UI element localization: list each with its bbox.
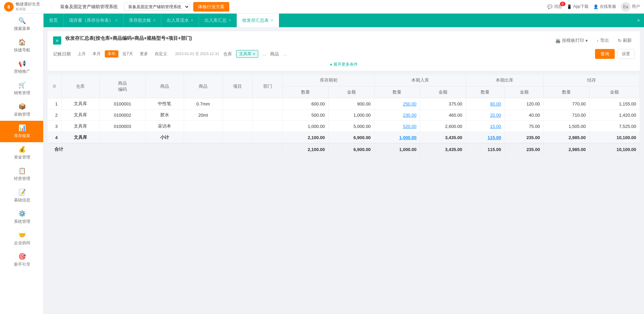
- sidebar: 🔍 搜索菜单 🏠 快捷导航 📢 营销推广 🛒 销售管理 📦 采购管理 📊: [0, 14, 44, 314]
- app-download-item[interactable]: 📱 App下载: [567, 4, 589, 10]
- sidebar-item-inventory[interactable]: 📊 库存核算: [0, 121, 43, 142]
- app-download-label: App下载: [573, 4, 589, 10]
- total-end-qty: 2,985.00: [544, 143, 590, 155]
- tab-summary[interactable]: 出入库汇总 ×: [199, 14, 237, 27]
- setting-button[interactable]: 设置: [617, 49, 634, 59]
- sidebar-item-quick[interactable]: 🏠 快捷导航: [0, 35, 43, 56]
- sidebar-item-marketing[interactable]: 📢 营销推广: [0, 56, 43, 78]
- date-btn-custom[interactable]: 自定义: [152, 50, 170, 57]
- sidebar-item-search[interactable]: 🔍 搜索菜单: [0, 14, 43, 35]
- date-btn-this-year[interactable]: 本年: [105, 50, 118, 57]
- sidebar-item-operations[interactable]: 📋 经营管理: [0, 164, 43, 185]
- export-button[interactable]: ↑ 导出: [594, 36, 612, 45]
- system-icon: ⚙️: [18, 210, 26, 217]
- brand-name: 畅捷通好生意: [16, 2, 40, 7]
- sidebar-item-newbie[interactable]: 🎯 新手引导: [0, 249, 43, 271]
- date-btn-last-month[interactable]: 上月: [75, 50, 88, 57]
- table-row: 3文具库0100003采访本1,000.005,000.00520.002,60…: [48, 121, 640, 132]
- marketing-icon: 📢: [18, 60, 26, 67]
- tab-flow-label: 出入库流水: [167, 17, 189, 23]
- basic-icon: 📝: [18, 188, 26, 196]
- col-init-amt: 金额: [329, 86, 375, 98]
- top-bar: 6 畅捷通好生意 标准版 装备及固定资产辅助管理系统 装备及固定资产辅助管理系统…: [0, 0, 644, 14]
- product-more[interactable]: ...: [283, 51, 287, 56]
- warehouse-value: 文具库: [239, 51, 251, 57]
- refresh-label: 刷新: [623, 37, 632, 44]
- sidebar-item-purchase[interactable]: 📦 采购管理: [0, 99, 43, 121]
- date-btn-more[interactable]: 更多: [137, 50, 151, 57]
- export-icon: ↑: [597, 38, 599, 43]
- sidebar-item-basic[interactable]: 📝 基础信息: [0, 185, 43, 206]
- finance-icon: 💰: [18, 146, 26, 153]
- refresh-icon: ↻: [618, 38, 622, 43]
- sidebar-label-operations: 经营管理: [14, 176, 30, 182]
- col-out-qty: 数量: [466, 86, 505, 98]
- tab-home[interactable]: 首页: [44, 14, 64, 27]
- logo-icon: 6: [4, 2, 14, 12]
- col-group-out: 本期出库: [466, 75, 543, 86]
- service-icon: 👤: [593, 4, 598, 9]
- col-settings[interactable]: ⚙: [48, 75, 61, 98]
- tab-close-summary[interactable]: ×: [229, 18, 231, 23]
- warehouse-label: 仓库: [223, 51, 232, 57]
- tab-summary-label: 出入库汇总: [204, 17, 227, 23]
- col-code: 商品编码: [100, 75, 146, 98]
- warehouse-filter-tag[interactable]: 文具库 ×: [236, 50, 258, 58]
- collapse-button[interactable]: »: [53, 36, 61, 45]
- brand-badge: 标准版: [16, 7, 40, 12]
- table-row: 1文具库0100001中性笔0.7mm600.00900.00250.00375…: [48, 98, 640, 110]
- purchase-icon: 📦: [18, 103, 26, 110]
- print-button[interactable]: 🖨️ 按模板打印 ▾: [552, 36, 591, 45]
- tab-batch[interactable]: 库存批次账 ×: [123, 14, 161, 27]
- operations-icon: 📋: [18, 167, 26, 175]
- page-title: 收发存汇总表(按仓库+商品编码+商品+规格型号+项目+部门): [65, 35, 552, 42]
- online-service-item[interactable]: 👤 在线客服: [593, 4, 616, 10]
- tab-inventory-dist[interactable]: 现存量（库存分布表） ×: [64, 14, 123, 27]
- tab-close-inventory-dist[interactable]: ×: [115, 18, 118, 23]
- tab-flow[interactable]: 出入库流水 ×: [161, 14, 199, 27]
- tab-close-all[interactable]: ×: [633, 18, 644, 23]
- trial-button[interactable]: 体验行业方案: [193, 2, 229, 12]
- corp-icon: 🤝: [18, 231, 26, 239]
- filter-bar: 记账日期 上月 本月 本年 近7天 更多 自定义 2023-01-01 至 20…: [48, 46, 640, 71]
- sidebar-item-system[interactable]: ⚙️ 系统管理: [0, 206, 43, 228]
- col-end-qty: 数量: [544, 86, 590, 98]
- sidebar-label-marketing: 营销推广: [14, 69, 30, 75]
- system-select[interactable]: 装备及固定资产辅助管理系统: [124, 3, 190, 11]
- summary-table: ⚙ 仓库 商品编码 商品 商品 项目 部门 库存期初 本期入库 本期出库 结存: [48, 75, 640, 155]
- warehouse-tag-close[interactable]: ×: [253, 52, 255, 56]
- user-item[interactable]: Ea 用户: [621, 2, 640, 12]
- sidebar-label-newbie: 新手引导: [14, 262, 30, 267]
- sidebar-label-search: 搜索菜单: [14, 26, 30, 32]
- total-end-amt: 10,100.00: [589, 143, 640, 155]
- content-area: 首页 现存量（库存分布表） × 库存批次账 × 出入库流水 × 出入库汇总 ×: [44, 14, 644, 314]
- sidebar-item-corp[interactable]: 🤝 企业协同: [0, 228, 43, 249]
- refresh-button[interactable]: ↻ 刷新: [615, 36, 634, 45]
- date-btn-this-month[interactable]: 本月: [90, 50, 103, 57]
- col-name: 商品: [145, 75, 184, 98]
- tab-close-batch[interactable]: ×: [153, 18, 155, 23]
- total-label: 合计: [48, 143, 283, 155]
- date-btn-7days[interactable]: 近7天: [120, 50, 136, 57]
- online-service-label: 在线客服: [600, 4, 616, 10]
- sidebar-item-finance[interactable]: 💰 资金管理: [0, 142, 43, 164]
- logo-area: 6 畅捷通好生意 标准版: [4, 2, 45, 12]
- tab-close-recvsend[interactable]: ×: [271, 18, 273, 23]
- query-button[interactable]: 查询: [595, 49, 615, 59]
- phone-icon: 📱: [567, 4, 572, 9]
- tab-bar: 首页 现存量（库存分布表） × 库存批次账 × 出入库流水 × 出入库汇总 ×: [44, 14, 644, 27]
- tab-close-flow[interactable]: ×: [191, 18, 193, 23]
- print-label: 按模板打印: [562, 37, 584, 44]
- warehouse-more[interactable]: ...: [262, 51, 266, 56]
- sidebar-label-purchase: 采购管理: [14, 112, 30, 117]
- expand-button[interactable]: ▾ 展开更多条件: [330, 62, 358, 67]
- messages-icon-item[interactable]: 💬 消息 6: [547, 4, 562, 10]
- sidebar-item-sales[interactable]: 🛒 销售管理: [0, 78, 43, 99]
- table-row: 4文具库小计2,100.006,900.001,000.003,435.0011…: [48, 132, 640, 144]
- col-in-qty: 数量: [374, 86, 420, 98]
- page-content: » 收发存汇总表(按仓库+商品编码+商品+规格型号+项目+部门) 🖨️ 按模板打…: [44, 27, 644, 314]
- col-init-qty: 数量: [283, 86, 329, 98]
- total-out-qty: 115.00: [466, 143, 505, 155]
- col-group-init: 库存期初: [283, 75, 374, 86]
- tab-recvsend[interactable]: 收发存汇总表 ×: [237, 14, 279, 27]
